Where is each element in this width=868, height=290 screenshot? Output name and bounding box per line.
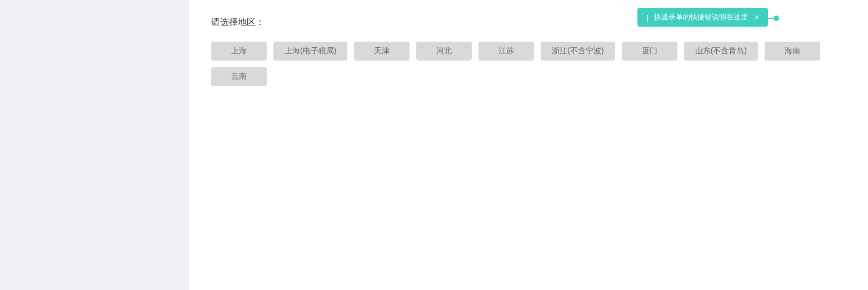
tooltip-banner: 快速录单的快捷键说明在这里 × — [637, 8, 768, 27]
region-btn-hebei[interactable]: 河北 — [416, 42, 472, 61]
region-btn-jiangsu[interactable]: 江苏 — [478, 42, 534, 61]
tooltip-text: 快速录单的快捷键说明在这里 — [654, 12, 748, 22]
region-buttons-container: 上海上海(电子税局)天津河北江苏浙江(不含宁波)厦门山东(不含青岛)海南云南 — [211, 42, 846, 86]
left-sidebar — [0, 0, 189, 290]
region-btn-shanghai-etax[interactable]: 上海(电子税局) — [273, 42, 347, 61]
region-btn-zhejiang[interactable]: 浙江(不含宁波) — [541, 42, 615, 61]
region-btn-shanghai[interactable]: 上海 — [211, 42, 267, 61]
main-content: 请选择地区： 上海上海(电子税局)天津河北江苏浙江(不含宁波)厦门山东(不含青岛… — [189, 0, 868, 290]
region-btn-yunnan[interactable]: 云南 — [211, 67, 267, 86]
tooltip-close-button[interactable]: × — [755, 13, 759, 22]
region-btn-xiamen[interactable]: 厦门 — [622, 42, 677, 61]
connector-dot — [774, 16, 779, 21]
region-btn-tianjin[interactable]: 天津 — [354, 42, 410, 61]
region-btn-hainan[interactable]: 海南 — [765, 42, 820, 61]
region-btn-shandong[interactable]: 山东(不含青岛) — [684, 42, 758, 61]
